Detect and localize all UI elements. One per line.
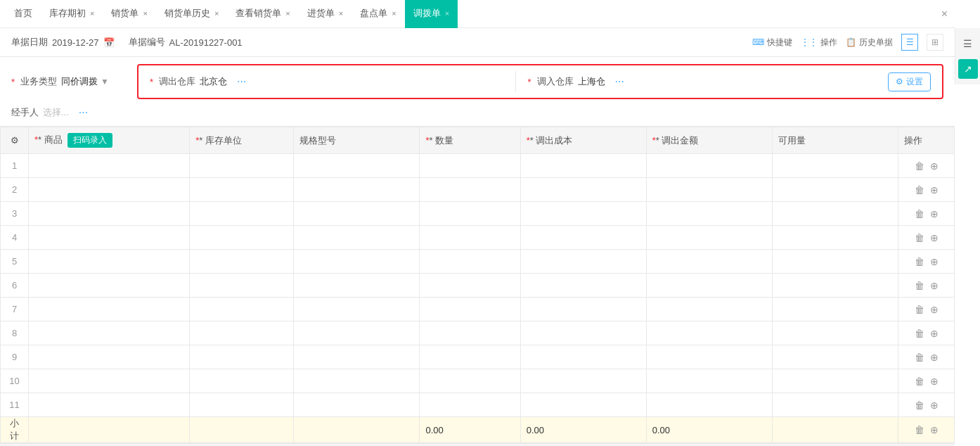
row-unit[interactable]: [190, 202, 294, 226]
summary-copy-icon[interactable]: ⊕: [930, 424, 939, 435]
row-unit[interactable]: [190, 393, 294, 417]
row-qty[interactable]: [420, 154, 520, 178]
tab-check-sales[interactable]: 查看销货单 ×: [227, 0, 298, 28]
row-unit[interactable]: [190, 250, 294, 274]
row-cost[interactable]: [520, 178, 646, 202]
row-spec[interactable]: [294, 369, 420, 393]
row-amount[interactable]: [646, 321, 772, 345]
row-qty[interactable]: [420, 321, 520, 345]
row-cost[interactable]: [520, 226, 646, 250]
row-product[interactable]: [29, 274, 190, 298]
row-qty[interactable]: [420, 274, 520, 298]
handler-more-button[interactable]: ···: [79, 106, 88, 119]
row-qty[interactable]: [420, 393, 520, 417]
tab-transfer-order-close[interactable]: ×: [445, 9, 449, 18]
row-unit[interactable]: [190, 226, 294, 250]
row-unit[interactable]: [190, 298, 294, 321]
row-cost[interactable]: [520, 369, 646, 393]
tab-sales-history[interactable]: 销货单历史 ×: [156, 0, 227, 28]
row-cost[interactable]: [520, 250, 646, 274]
copy-row-icon[interactable]: ⊕: [930, 280, 939, 291]
warehouse-in-more-button[interactable]: ···: [615, 75, 624, 88]
copy-row-icon[interactable]: ⊕: [930, 304, 939, 315]
tab-inventory-check-close[interactable]: ×: [392, 9, 396, 18]
handler-input[interactable]: 选择...: [43, 106, 69, 119]
copy-row-icon[interactable]: ⊕: [930, 184, 939, 196]
copy-row-icon[interactable]: ⊕: [930, 256, 939, 267]
row-product[interactable]: [29, 154, 190, 178]
row-unit[interactable]: [190, 154, 294, 178]
operations-button[interactable]: ⋮⋮ 操作: [801, 37, 837, 49]
row-cost[interactable]: [520, 298, 646, 321]
date-value[interactable]: 2019-12-27: [52, 37, 99, 48]
copy-row-icon[interactable]: ⊕: [930, 376, 939, 387]
row-cost[interactable]: [520, 393, 646, 417]
row-spec[interactable]: [294, 202, 420, 226]
tab-transfer-order[interactable]: 调拨单 ×: [405, 0, 458, 28]
tab-purchase-order-close[interactable]: ×: [339, 9, 343, 18]
summary-delete-icon[interactable]: 🗑: [915, 424, 924, 435]
delete-row-icon[interactable]: 🗑: [915, 232, 924, 243]
row-qty[interactable]: [420, 298, 520, 321]
tab-inventory-init-close[interactable]: ×: [90, 9, 94, 18]
row-qty[interactable]: [420, 202, 520, 226]
row-product[interactable]: [29, 226, 190, 250]
view-toggle-grid[interactable]: ⊞: [927, 34, 943, 51]
row-spec[interactable]: [294, 345, 420, 369]
row-product[interactable]: [29, 345, 190, 369]
row-spec[interactable]: [294, 178, 420, 202]
row-amount[interactable]: [646, 250, 772, 274]
delete-row-icon[interactable]: 🗑: [915, 184, 924, 196]
row-spec[interactable]: [294, 321, 420, 345]
row-cost[interactable]: [520, 154, 646, 178]
row-spec[interactable]: [294, 250, 420, 274]
sidebar-list-icon[interactable]: ☰: [958, 34, 978, 53]
calendar-icon[interactable]: 📅: [103, 37, 115, 48]
tab-inventory-init[interactable]: 库存期初 ×: [41, 0, 103, 28]
row-product[interactable]: [29, 393, 190, 417]
row-product[interactable]: [29, 178, 190, 202]
row-amount[interactable]: [646, 154, 772, 178]
row-product[interactable]: [29, 298, 190, 321]
row-qty[interactable]: [420, 369, 520, 393]
tab-purchase-order[interactable]: 进货单 ×: [299, 0, 352, 28]
row-qty[interactable]: [420, 250, 520, 274]
row-cost[interactable]: [520, 345, 646, 369]
delete-row-icon[interactable]: 🗑: [915, 256, 924, 267]
shortcuts-button[interactable]: ⌨ 快捷键: [752, 37, 792, 49]
delete-row-icon[interactable]: 🗑: [915, 328, 924, 339]
row-product[interactable]: [29, 202, 190, 226]
view-toggle-list[interactable]: ☰: [901, 34, 918, 51]
row-unit[interactable]: [190, 345, 294, 369]
history-orders-button[interactable]: 📋 历史单据: [846, 37, 893, 49]
settings-button[interactable]: ⚙ 设置: [888, 72, 931, 91]
copy-row-icon[interactable]: ⊕: [930, 208, 939, 219]
row-cost[interactable]: [520, 202, 646, 226]
warehouse-in-value[interactable]: 上海仓: [578, 75, 605, 88]
tab-inventory-check[interactable]: 盘点单 ×: [352, 0, 404, 28]
horizontal-scrollbar[interactable]: [0, 443, 955, 446]
row-product[interactable]: [29, 369, 190, 393]
row-amount[interactable]: [646, 226, 772, 250]
row-unit[interactable]: [190, 321, 294, 345]
row-product[interactable]: [29, 321, 190, 345]
row-amount[interactable]: [646, 274, 772, 298]
row-unit[interactable]: [190, 274, 294, 298]
window-close-button[interactable]: ×: [941, 8, 948, 20]
row-unit[interactable]: [190, 178, 294, 202]
row-amount[interactable]: [646, 369, 772, 393]
row-qty[interactable]: [420, 345, 520, 369]
row-product[interactable]: [29, 250, 190, 274]
copy-row-icon[interactable]: ⊕: [930, 160, 939, 172]
copy-row-icon[interactable]: ⊕: [930, 232, 939, 243]
copy-row-icon[interactable]: ⊕: [930, 352, 939, 363]
delete-row-icon[interactable]: 🗑: [915, 160, 924, 172]
row-qty[interactable]: [420, 178, 520, 202]
row-amount[interactable]: [646, 393, 772, 417]
delete-row-icon[interactable]: 🗑: [915, 400, 924, 411]
tab-sales-history-close[interactable]: ×: [214, 9, 219, 18]
tab-home[interactable]: 首页: [6, 0, 41, 28]
row-spec[interactable]: [294, 298, 420, 321]
row-spec[interactable]: [294, 226, 420, 250]
row-spec[interactable]: [294, 274, 420, 298]
